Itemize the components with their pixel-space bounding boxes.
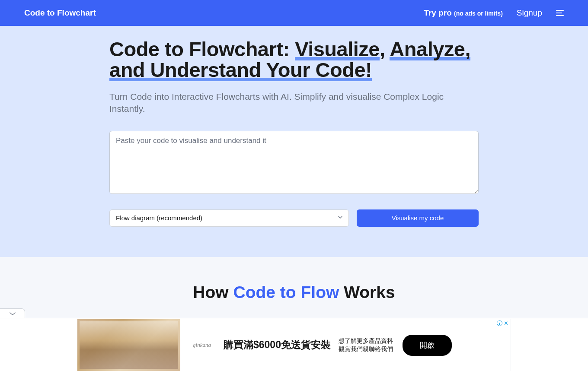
hero-section: Code to Flowchart: Visualize, Analyze, a… — [0, 26, 588, 257]
title-comma: , — [380, 38, 390, 60]
title-pre: Code to Flowchart: — [109, 38, 295, 60]
title-underline-1: Visualize — [295, 38, 380, 60]
hero-subtitle: Turn Code into Interactive Flowcharts wi… — [109, 91, 479, 115]
code-input[interactable] — [109, 131, 479, 194]
signup-link[interactable]: Signup — [517, 8, 542, 18]
logo[interactable]: Code to Flowchart — [24, 8, 96, 18]
header-nav: Try pro (no ads or limits) Signup — [424, 8, 564, 18]
try-pro-sublabel: (no ads or limits) — [454, 10, 503, 17]
how-title: How Code to Flow Works — [0, 283, 588, 302]
try-pro-label: Try pro — [424, 8, 451, 17]
visualise-button[interactable]: Visualise my code — [357, 209, 479, 227]
diagram-select-wrapper: Flow diagram (recommended) — [109, 209, 349, 227]
try-pro-link[interactable]: Try pro (no ads or limits) — [424, 8, 502, 18]
how-pre: How — [193, 283, 233, 301]
menu-icon[interactable] — [556, 8, 564, 18]
how-it-works-section: How Code to Flow Works — [0, 257, 588, 302]
controls-row: Flow diagram (recommended) Visualise my … — [109, 209, 479, 227]
how-highlight: Code to Flow — [233, 283, 339, 301]
page-title: Code to Flowchart: Visualize, Analyze, a… — [109, 39, 479, 80]
header: Code to Flowchart Try pro (no ads or lim… — [0, 0, 588, 26]
how-post: Works — [339, 283, 395, 301]
diagram-type-select[interactable]: Flow diagram (recommended) — [109, 209, 349, 227]
